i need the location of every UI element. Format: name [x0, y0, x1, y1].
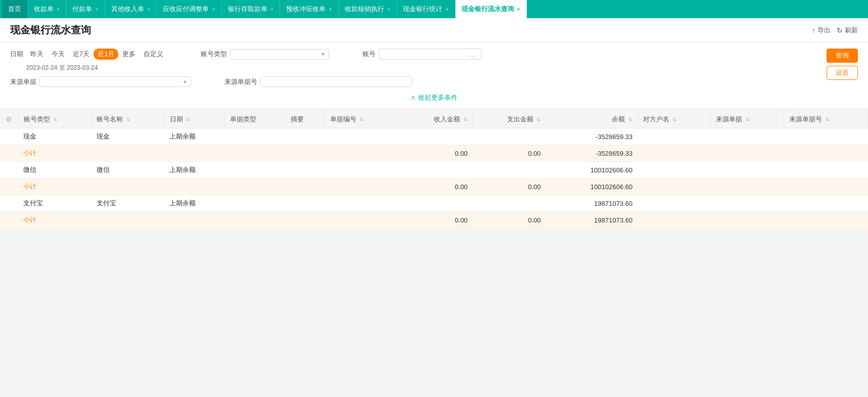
- nav-tab-payment[interactable]: 付款单 ×: [66, 0, 105, 18]
- col-account-type-label: 账号类型: [24, 115, 50, 123]
- table-row[interactable]: 现金现金上期余额-3528659.33: [0, 128, 868, 145]
- sort-icon[interactable]: ⇅: [746, 117, 750, 122]
- table-cell: [224, 162, 285, 179]
- date-btn-7days[interactable]: 近7天: [69, 49, 94, 60]
- table-cell: [637, 179, 711, 195]
- sort-icon[interactable]: ⇅: [536, 117, 540, 122]
- table-cell: [325, 212, 398, 229]
- nav-tab-receipt-label: 收款单: [34, 5, 54, 14]
- nav-tab-prepay-label: 预收冲应收单: [286, 5, 326, 14]
- source-doc-label: 来源单据: [10, 77, 36, 86]
- table-cell: 100102606.60: [546, 162, 638, 179]
- table-cell: [92, 212, 165, 229]
- source-doc-no-filter-group: 来源单据号: [224, 76, 412, 87]
- gear-icon[interactable]: ⚙: [6, 115, 12, 123]
- table-cell: [285, 179, 325, 195]
- page-title: 现金银行流水查询: [10, 23, 91, 37]
- table-cell: [784, 145, 867, 162]
- nav-tab-writeoff[interactable]: 收款核销执行 ×: [339, 0, 397, 18]
- table-row[interactable]: 小计0.000.00-3528659.33: [0, 145, 868, 162]
- sort-icon[interactable]: ⇅: [359, 117, 363, 122]
- collapse-conditions-bar[interactable]: ∧ 收起更多条件: [10, 91, 858, 104]
- table-row[interactable]: 支付宝支付宝上期余额19871073.60: [0, 195, 868, 212]
- nav-tab-receipt[interactable]: 收款单 ×: [28, 0, 66, 18]
- close-icon[interactable]: ×: [95, 6, 98, 12]
- chevron-down-icon[interactable]: ▾: [322, 51, 325, 58]
- table-cell: [285, 195, 325, 212]
- refresh-label: 刷新: [845, 26, 858, 35]
- close-icon[interactable]: ×: [445, 6, 448, 12]
- table-cell: [164, 179, 224, 195]
- sort-icon[interactable]: ⇅: [53, 117, 57, 122]
- account-type-input[interactable]: [235, 51, 319, 58]
- date-filter-label: 日期: [10, 50, 23, 59]
- col-source-doc-no: 来源单据号 ⇅: [784, 111, 867, 128]
- nav-tab-cash-stats[interactable]: 现金银行统计 ×: [397, 0, 455, 18]
- nav-tab-other-income[interactable]: 其他收入单 ×: [105, 0, 157, 18]
- table-cell: [398, 162, 473, 179]
- settings-button[interactable]: 设置: [827, 66, 858, 80]
- col-income: 收入金额 ⇅: [398, 111, 473, 128]
- date-btn-custom[interactable]: 自定义: [140, 49, 167, 60]
- chevron-down-icon[interactable]: ▾: [184, 78, 187, 85]
- table-cell: 0.00: [398, 179, 473, 195]
- query-button[interactable]: 查询: [827, 49, 858, 63]
- sort-icon[interactable]: ⇅: [672, 117, 676, 122]
- close-icon[interactable]: ×: [57, 6, 60, 12]
- source-doc-no-input[interactable]: [265, 78, 407, 85]
- table-cell: 0.00: [398, 145, 473, 162]
- nav-tab-prepay[interactable]: 预收冲应收单 ×: [280, 0, 338, 18]
- col-balance-label: 余额: [612, 115, 625, 123]
- table-row[interactable]: 微信微信上期余额100102606.60: [0, 162, 868, 179]
- filter-row-1: 日期 昨天 今天 近7天 近1月 更多 自定义 账号类型 ▾: [10, 49, 821, 60]
- source-doc-no-input-wrap[interactable]: [260, 76, 412, 87]
- refresh-button[interactable]: ↻ 刷新: [837, 26, 858, 35]
- date-btn-yesterday[interactable]: 昨天: [26, 49, 48, 60]
- sort-icon[interactable]: ⇅: [628, 117, 632, 122]
- close-icon[interactable]: ×: [147, 6, 150, 12]
- date-btn-more[interactable]: 更多: [118, 49, 140, 60]
- table-cell: [711, 195, 784, 212]
- export-label: 导出: [817, 26, 831, 35]
- close-icon[interactable]: ×: [212, 6, 215, 12]
- top-nav: 首页 收款单 × 付款单 × 其他收入单 × 应收应付调整单 × 银行存取款单 …: [0, 0, 868, 18]
- col-source-doc-no-label: 来源单据号: [789, 115, 822, 123]
- account-type-input-wrap[interactable]: ▾: [230, 49, 329, 60]
- source-doc-input-wrap[interactable]: ▾: [39, 76, 191, 87]
- close-icon[interactable]: ×: [329, 6, 332, 12]
- table-row[interactable]: 小计0.000.0019871073.60: [0, 212, 868, 229]
- close-icon[interactable]: ×: [387, 6, 390, 12]
- table-cell: [92, 179, 165, 195]
- ellipsis-icon[interactable]: ...: [468, 50, 477, 58]
- table-row[interactable]: 小计0.000.00100102606.60: [0, 179, 868, 195]
- nav-tab-payment-label: 付款单: [72, 5, 92, 14]
- refresh-icon: ↻: [837, 26, 843, 34]
- close-icon[interactable]: ×: [270, 6, 273, 12]
- close-icon[interactable]: ×: [517, 6, 520, 12]
- sort-icon[interactable]: ⇅: [126, 117, 130, 122]
- table-cell: [711, 212, 784, 229]
- nav-tab-cash-stats-label: 现金银行统计: [403, 5, 442, 14]
- table-cell: 0.00: [473, 212, 546, 229]
- sort-icon[interactable]: ⇅: [464, 117, 468, 122]
- table-cell: [325, 162, 398, 179]
- nav-tab-ar-ap-adjust[interactable]: 应收应付调整单 ×: [157, 0, 221, 18]
- date-btn-1month[interactable]: 近1月: [94, 49, 118, 60]
- nav-tab-bank-deposit[interactable]: 银行存取款单 ×: [222, 0, 280, 18]
- table-cell: [224, 145, 285, 162]
- sort-icon[interactable]: ⇅: [186, 117, 190, 122]
- table-cell: [637, 195, 711, 212]
- col-expense-label: 支出金额: [507, 115, 533, 123]
- nav-tab-cash-flow[interactable]: 现金银行流水查询 ×: [455, 0, 527, 18]
- source-doc-input[interactable]: [44, 78, 181, 85]
- nav-tab-home[interactable]: 首页: [2, 0, 28, 18]
- date-btn-today[interactable]: 今天: [48, 49, 69, 60]
- export-button[interactable]: ↑ 导出: [812, 26, 831, 35]
- table-cell: [224, 128, 285, 145]
- sort-icon[interactable]: ⇅: [826, 117, 830, 122]
- account-filter-group: 账号 ...: [362, 49, 482, 60]
- table-cell: [325, 179, 398, 195]
- account-type-filter-group: 账号类型 ▾: [201, 49, 329, 60]
- account-input[interactable]: [383, 51, 468, 58]
- account-input-wrap[interactable]: ...: [379, 49, 482, 60]
